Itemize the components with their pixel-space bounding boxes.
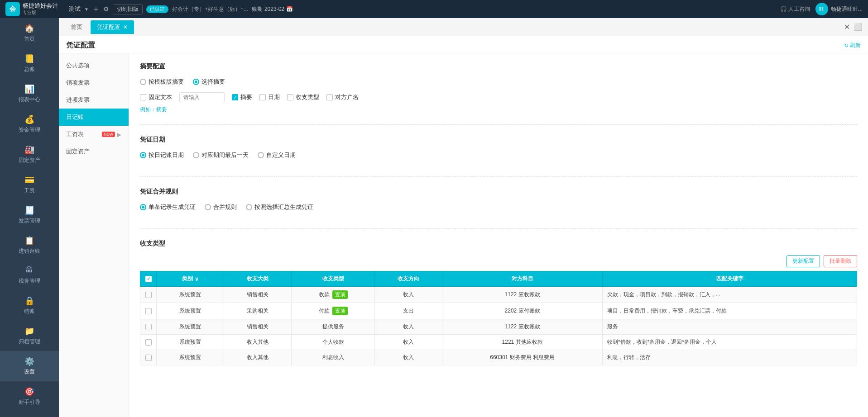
sidebar-item-home[interactable]: 🏠 首页 bbox=[0, 18, 59, 48]
update-config-button[interactable]: 更新配置 bbox=[786, 255, 820, 267]
sidebar-label-report: 报表中心 bbox=[19, 96, 40, 104]
radio-custom-date[interactable]: 自定义日期 bbox=[258, 151, 296, 159]
period-value: 2023-02 bbox=[264, 6, 284, 12]
date-title: 凭证日期 bbox=[140, 136, 857, 144]
tab-close-button[interactable]: ✕ bbox=[844, 23, 850, 31]
row-checkbox[interactable] bbox=[140, 335, 157, 350]
sidebar-item-assets[interactable]: 🏭 固定资产 bbox=[0, 139, 59, 170]
th-checkbox[interactable]: ✓ bbox=[140, 271, 157, 287]
assets-icon: 🏭 bbox=[24, 145, 34, 155]
row-account: 660301 财务费用 利息费用 bbox=[442, 350, 603, 365]
left-nav-salary[interactable]: 工资表 NEW ▶ bbox=[59, 126, 129, 143]
sidebar-label-home: 首页 bbox=[24, 35, 35, 43]
salary-icon: 💳 bbox=[24, 175, 34, 185]
sidebar-label-salary: 工资 bbox=[24, 187, 35, 194]
sidebar-label-assets: 固定资产 bbox=[19, 156, 40, 164]
archive-icon: 📁 bbox=[24, 326, 34, 336]
left-nav-public[interactable]: 公共选项 bbox=[59, 57, 129, 74]
row-type: 付款置顶 bbox=[292, 303, 375, 319]
content-area: 首页 凭证配置 ✕ ✕ ⬜ 凭证配置 ↻ 刷新 bbox=[59, 18, 868, 417]
row-check-box[interactable] bbox=[145, 308, 152, 314]
checkbox-fixed-text[interactable]: 固定文本 bbox=[140, 93, 172, 101]
sidebar-item-ledger[interactable]: 📒 总账 bbox=[0, 48, 59, 79]
sidebar-item-salary[interactable]: 💳 工资 bbox=[0, 170, 59, 200]
checkbox-date[interactable]: 日期 bbox=[259, 93, 280, 101]
logo-icon: 会 bbox=[5, 2, 20, 16]
sidebar-item-guide[interactable]: 🎯 新手引导 bbox=[0, 381, 59, 412]
tab-maximize-button[interactable]: ⬜ bbox=[854, 23, 863, 31]
tab-controls: ✕ ⬜ bbox=[844, 23, 863, 31]
refresh-icon: ↻ bbox=[844, 43, 849, 49]
date-section: 凭证日期 按日记账日期 对应期间最后一天 bbox=[140, 136, 857, 177]
row-checkbox[interactable] bbox=[140, 303, 157, 319]
left-nav-journal[interactable]: 日记账 bbox=[59, 109, 129, 126]
row-checkbox[interactable] bbox=[140, 287, 157, 303]
radio-template[interactable]: 按模板版摘要 bbox=[140, 78, 184, 86]
service-button[interactable]: 🎧 人工咨询 bbox=[780, 5, 810, 13]
left-nav-purchase-label: 进项发票 bbox=[66, 96, 90, 104]
row-main-type: 收入其他 bbox=[224, 335, 292, 350]
select-total-label: 按照选择汇总生成凭证 bbox=[254, 203, 313, 211]
table-row: 系统预置 收入其他 个人收款 收入 1221 其他应收款 收到*借款，收到*备用… bbox=[140, 335, 857, 350]
select-all-checkbox[interactable]: ✓ bbox=[145, 276, 152, 282]
left-nav-fixed-assets[interactable]: 固定资产 bbox=[59, 143, 129, 160]
left-nav-sales[interactable]: 销项发票 bbox=[59, 74, 129, 91]
sidebar-item-report[interactable]: 📊 报表中心 bbox=[0, 79, 59, 109]
row-category: 系统预置 bbox=[157, 287, 224, 303]
left-nav-sales-label: 销项发票 bbox=[66, 79, 90, 87]
batch-delete-button[interactable]: 批量删除 bbox=[824, 255, 857, 267]
sidebar-item-close[interactable]: 🔒 结账 bbox=[0, 290, 59, 321]
radio-merge[interactable]: 合并规则 bbox=[205, 203, 237, 211]
page-title: 凭证配置 bbox=[66, 41, 95, 50]
fixed-text-input[interactable] bbox=[179, 92, 225, 102]
row-type: 个人收款 bbox=[292, 335, 375, 350]
radio-template-circle bbox=[140, 79, 146, 85]
income-expense-section: 收支类型 更新配置 批量删除 ✓ bbox=[140, 240, 857, 365]
row-account: 1122 应收账款 bbox=[442, 319, 603, 335]
row-check-box[interactable] bbox=[145, 324, 152, 330]
switch-version-button[interactable]: 切到旧版 bbox=[113, 4, 143, 14]
new-badge: NEW bbox=[102, 132, 115, 137]
main-layout: 🏠 首页 📒 总账 📊 报表中心 💰 资金管理 🏭 固定资产 💳 工资 🧾 发票… bbox=[0, 18, 868, 417]
row-check-box[interactable] bbox=[145, 355, 152, 361]
sidebar-item-invoice[interactable]: 🧾 发票管理 bbox=[0, 200, 59, 230]
radio-single[interactable]: 单条记录生成凭证 bbox=[140, 203, 196, 211]
sidebar-item-fund[interactable]: 💰 资金管理 bbox=[0, 109, 59, 139]
table-row: 系统预置 采购相关 付款置顶 支出 2202 应付账款 项目，日常费用，报销款，… bbox=[140, 303, 857, 319]
add-button[interactable]: ＋ bbox=[92, 5, 100, 14]
tab-close-icon[interactable]: ✕ bbox=[123, 24, 128, 30]
radio-period-last[interactable]: 对应期间最后一天 bbox=[193, 151, 249, 159]
row-checkbox[interactable] bbox=[140, 350, 157, 365]
checkbox-type[interactable]: 收支类型 bbox=[287, 93, 319, 101]
checkbox-counterpart[interactable]: 对方户名 bbox=[326, 93, 359, 101]
scroll-container[interactable]: 公共选项 销项发票 进项发票 日记账 工资表 NEW bbox=[59, 53, 868, 417]
chevron-down-icon[interactable]: ▼ bbox=[84, 7, 89, 12]
counterpart-checkbox bbox=[326, 94, 333, 100]
summary-checkbox-label: 摘要 bbox=[240, 93, 252, 101]
sidebar-item-archive[interactable]: 📁 归档管理 bbox=[0, 321, 59, 351]
sidebar-item-purchase[interactable]: 📋 进销台账 bbox=[0, 230, 59, 261]
setting-icon[interactable]: ⚙ bbox=[103, 5, 109, 13]
avatar: 旺 bbox=[815, 3, 828, 15]
refresh-button[interactable]: ↻ 刷新 bbox=[844, 42, 861, 49]
th-account: 对方科目 bbox=[442, 271, 603, 287]
radio-select-summary[interactable]: 选择摘要 bbox=[193, 78, 225, 86]
sidebar-item-settings[interactable]: ⚙️ 设置 bbox=[0, 351, 59, 381]
checkbox-summary[interactable]: ✓ 摘要 bbox=[232, 93, 252, 101]
radio-select-total[interactable]: 按照选择汇总生成凭证 bbox=[246, 203, 313, 211]
calendar-icon[interactable]: 📅 bbox=[286, 6, 293, 12]
radio-journal-date[interactable]: 按日记账日期 bbox=[140, 151, 184, 159]
income-expense-title: 收支类型 bbox=[140, 240, 857, 248]
tab-home[interactable]: 首页 bbox=[64, 20, 89, 34]
sidebar-item-member[interactable]: ⭐ 畅会员 bbox=[0, 412, 59, 417]
row-check-box[interactable] bbox=[145, 339, 152, 346]
sort-icon[interactable]: ∨ bbox=[195, 276, 199, 282]
row-main-type: 销售相关 bbox=[224, 287, 292, 303]
row-category: 系统预置 bbox=[157, 335, 224, 350]
row-checkbox[interactable] bbox=[140, 319, 157, 335]
left-nav-purchase-inv[interactable]: 进项发票 bbox=[59, 91, 129, 109]
sidebar-item-tax[interactable]: 🏛 税务管理 bbox=[0, 261, 59, 290]
row-check-box[interactable] bbox=[145, 292, 152, 298]
tab-config[interactable]: 凭证配置 ✕ bbox=[91, 20, 134, 34]
sidebar-label-tax: 税务管理 bbox=[19, 277, 40, 285]
